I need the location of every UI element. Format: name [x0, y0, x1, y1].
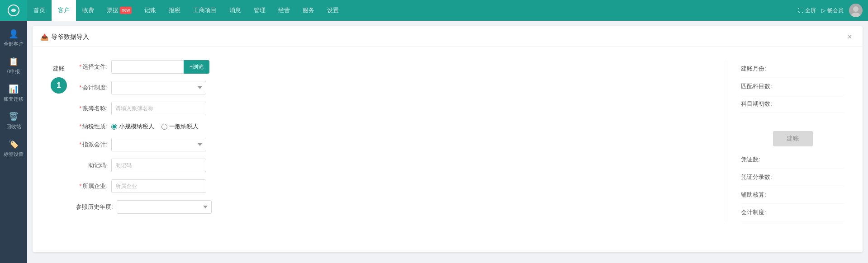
- vip-btn[interactable]: ▷ 畅会员: [821, 7, 844, 14]
- nav-item-home[interactable]: 首页: [27, 0, 52, 21]
- tax-type-general-label: 一般纳税人: [169, 122, 199, 131]
- declarations-label: 0申报: [7, 68, 20, 75]
- account-migration-icon: 📊: [9, 84, 19, 94]
- ledger-name-input[interactable]: [111, 102, 206, 115]
- step-badge: 1: [51, 77, 67, 94]
- logo: [0, 0, 27, 21]
- required-star-2: *: [79, 84, 81, 91]
- panel-title-text: 导爷数据导入: [51, 33, 89, 41]
- nav-item-bizproject[interactable]: 工商项目: [187, 0, 223, 21]
- nav-item-manage[interactable]: 管理: [247, 0, 272, 21]
- file-input-group: +浏览: [111, 60, 209, 74]
- right-accounting-system-label: 会计制度:: [741, 208, 782, 216]
- nav-item-finance[interactable]: 经营: [272, 0, 296, 21]
- ledger-name-label: *账簿名称:: [76, 104, 108, 113]
- step-label: 建账: [53, 65, 65, 73]
- declarations-icon: 📋: [9, 56, 19, 66]
- aux-accounting-label: 辅助核算:: [741, 191, 782, 199]
- tax-type-small[interactable]: 小规模纳税人: [111, 122, 154, 131]
- subject-initial-row: 科目期初数:: [741, 95, 844, 113]
- accountant-label: *指派会计:: [76, 141, 108, 149]
- nav-item-customer[interactable]: 客户: [52, 0, 76, 21]
- tax-type-general[interactable]: 一般纳税人: [161, 122, 199, 131]
- voucher-entries-label: 凭证分录数:: [741, 173, 782, 181]
- voucher-count-row: 凭证数:: [741, 151, 844, 169]
- company-row: *所属企业:: [76, 179, 713, 193]
- required-star-5: *: [79, 141, 81, 148]
- sidebar-item-declarations[interactable]: 📋0申报: [0, 52, 27, 80]
- accounting-system-row: *会计制度:: [76, 81, 713, 94]
- close-button[interactable]: ×: [845, 33, 854, 42]
- nav-item-ledger[interactable]: 记账: [138, 0, 162, 21]
- right-accounting-system-row: 会计制度:: [741, 204, 844, 221]
- nav-badge-invoice: new: [120, 7, 132, 14]
- vip-icon: ▷: [821, 7, 825, 14]
- file-select-row: *选择文件: +浏览: [76, 60, 713, 74]
- fullscreen-btn[interactable]: ⛶ 全屏: [798, 7, 816, 14]
- nav-items: 首页客户收费票据new记账报税工商项目消息管理经营服务设置: [27, 0, 798, 21]
- build-month-row: 建账月份:: [741, 60, 844, 78]
- tag-settings-icon: 🏷️: [9, 139, 19, 149]
- sidebar: 👤全部客户📋0申报📊账套迁移🗑️回收站🏷️标签设置: [0, 21, 27, 263]
- recycle-label: 回收站: [6, 123, 21, 130]
- content-area: 📤 导爷数据导入 × 建账 1: [27, 21, 868, 263]
- build-month-label: 建账月份:: [741, 65, 782, 73]
- step-section: 建账 1: [51, 60, 67, 221]
- file-text-input[interactable]: [111, 60, 184, 74]
- subject-initial-label: 科目期初数:: [741, 100, 782, 108]
- nav-item-invoice[interactable]: 票据new: [100, 0, 138, 21]
- fullscreen-label: 全屏: [805, 7, 816, 14]
- tax-type-label: *纳税性质:: [76, 122, 108, 131]
- tax-type-radio-group: 小规模纳税人 一般纳税人: [111, 122, 199, 131]
- main-layout: 👤全部客户📋0申报📊账套迁移🗑️回收站🏷️标签设置 📤 导爷数据导入 × 建账 …: [0, 21, 868, 263]
- form-right: 建账月份: 匹配科目数: 科目期初数: 建账: [727, 60, 844, 221]
- ref-year-label: 参照历史年度:: [76, 203, 113, 211]
- tax-type-row: *纳税性质: 小规模纳税人 一般纳税人: [76, 122, 713, 131]
- nav-item-message[interactable]: 消息: [223, 0, 247, 21]
- nav-item-settings[interactable]: 设置: [321, 0, 345, 21]
- accountant-select[interactable]: [111, 138, 206, 151]
- account-migration-label: 账套迁移: [4, 96, 24, 103]
- company-label: *所属企业:: [76, 182, 108, 190]
- avatar[interactable]: [849, 4, 863, 17]
- required-star-6: *: [79, 183, 81, 189]
- vip-label: 畅会员: [827, 7, 844, 14]
- accounting-system-select[interactable]: [111, 81, 206, 94]
- sidebar-item-tag-settings[interactable]: 🏷️标签设置: [0, 135, 27, 162]
- tax-type-small-radio[interactable]: [111, 124, 117, 130]
- ref-year-select[interactable]: [117, 200, 212, 214]
- browse-button[interactable]: +浏览: [184, 60, 209, 74]
- ref-year-row: 参照历史年度:: [76, 200, 713, 214]
- form-content: 建账 1 *选择文件: +浏览: [33, 47, 863, 235]
- company-input[interactable]: [111, 179, 206, 193]
- nav-item-service[interactable]: 服务: [296, 0, 321, 21]
- panel-title-icon: 📤: [41, 33, 48, 41]
- recycle-icon: 🗑️: [9, 112, 19, 122]
- nav-item-billing[interactable]: 收费: [76, 0, 100, 21]
- match-subjects-row: 匹配科目数:: [741, 78, 844, 95]
- build-account-button[interactable]: 建账: [773, 131, 813, 146]
- tax-type-general-radio[interactable]: [161, 124, 167, 130]
- match-subjects-label: 匹配科目数:: [741, 82, 782, 90]
- accounting-system-label: *会计制度:: [76, 84, 108, 92]
- all-customers-icon: 👤: [9, 29, 19, 39]
- voucher-count-label: 凭证数:: [741, 155, 782, 164]
- ledger-name-row: *账簿名称:: [76, 102, 713, 115]
- form-fields: *选择文件: +浏览 *会计制度:: [76, 60, 713, 221]
- sidebar-item-all-customers[interactable]: 👤全部客户: [0, 24, 27, 52]
- tag-settings-label: 标签设置: [4, 151, 24, 158]
- nav-item-tax[interactable]: 报税: [162, 0, 187, 21]
- sidebar-item-account-migration[interactable]: 📊账套迁移: [0, 80, 27, 107]
- required-star-3: *: [79, 105, 81, 112]
- required-star: *: [79, 63, 81, 70]
- top-nav: 首页客户收费票据new记账报税工商项目消息管理经营服务设置 ⛶ 全屏 ▷ 畅会员: [0, 0, 868, 21]
- panel-title: 📤 导爷数据导入: [41, 33, 89, 41]
- required-star-4: *: [79, 123, 81, 130]
- panel: 📤 导爷数据导入 × 建账 1: [33, 26, 863, 252]
- panel-header: 📤 导爷数据导入 ×: [33, 26, 863, 47]
- tax-type-small-label: 小规模纳税人: [119, 122, 154, 131]
- memo-row: 助记码:: [76, 159, 713, 172]
- memo-input[interactable]: [111, 159, 206, 172]
- sidebar-item-recycle[interactable]: 🗑️回收站: [0, 107, 27, 135]
- nav-right: ⛶ 全屏 ▷ 畅会员: [798, 4, 868, 17]
